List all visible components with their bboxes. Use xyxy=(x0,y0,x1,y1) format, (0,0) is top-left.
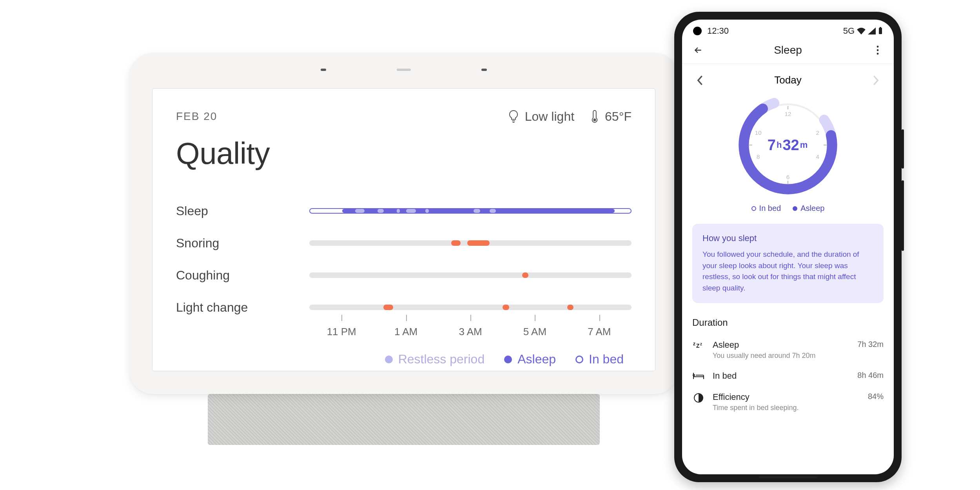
filled-dot-icon xyxy=(793,206,797,211)
svg-point-5 xyxy=(877,53,879,55)
sleep-zzz-icon: zZz xyxy=(692,340,705,350)
metric-sub: Time spent in bed sleeping. xyxy=(713,404,860,412)
axis-tick: 7 AM xyxy=(588,326,611,338)
metric-asleep[interactable]: zZz Asleep You usually need around 7h 20… xyxy=(692,334,884,365)
hub-title: Quality xyxy=(176,136,632,171)
legend-label: Asleep xyxy=(517,352,556,367)
track-sleep: Sleep xyxy=(176,195,632,227)
light-label: Low light xyxy=(525,109,574,124)
bed-icon xyxy=(692,371,705,380)
svg-point-4 xyxy=(877,49,879,51)
more-button[interactable] xyxy=(872,44,884,56)
track-snoring: Snoring xyxy=(176,227,632,259)
phone-side-button xyxy=(902,129,904,169)
svg-text:z: z xyxy=(700,342,702,346)
swatch-asleep-icon xyxy=(504,356,512,363)
svg-text:Z: Z xyxy=(696,343,700,349)
sleep-bar xyxy=(309,208,632,214)
phone-device: 12:30 5G Sleep xyxy=(674,12,902,482)
appbar-title: Sleep xyxy=(774,44,802,56)
bulb-icon xyxy=(508,109,519,124)
track-label: Light change xyxy=(176,300,309,315)
hub-date: FEB 20 xyxy=(176,110,217,123)
duration-section-title: Duration xyxy=(692,317,884,328)
svg-point-3 xyxy=(877,46,879,48)
dial-legend-inbed: In bed xyxy=(751,204,781,213)
hub-sensors xyxy=(129,69,678,71)
axis-tick: 3 AM xyxy=(459,326,482,338)
date-navigator: Today xyxy=(692,64,884,90)
temp-condition: 65°F xyxy=(590,109,632,124)
status-bar: 12:30 5G xyxy=(682,20,894,38)
metric-title: In bed xyxy=(713,371,849,381)
svg-point-0 xyxy=(594,119,596,121)
swatch-restless-icon xyxy=(385,356,393,363)
thermometer-icon xyxy=(590,109,599,124)
track-label: Coughing xyxy=(176,268,309,283)
sleep-total: 7h32m xyxy=(737,94,839,196)
svg-text:z: z xyxy=(693,341,695,347)
hollow-dot-icon xyxy=(751,206,756,211)
legend-restless[interactable]: Restless period xyxy=(385,352,485,367)
hub-screen: FEB 20 Low light 65° xyxy=(152,88,655,371)
metric-value: 7h 32m xyxy=(857,340,884,349)
temp-label: 65°F xyxy=(605,109,632,124)
app-bar: Sleep xyxy=(682,38,894,64)
light-condition: Low light xyxy=(508,109,574,124)
coughing-bar xyxy=(309,272,632,278)
card-body: You followed your schedule, and the dura… xyxy=(702,249,873,294)
back-button[interactable] xyxy=(692,44,704,56)
hub-topbar: FEB 20 Low light 65° xyxy=(176,109,632,124)
axis-tick: 1 AM xyxy=(394,326,417,338)
legend-inbed[interactable]: In bed xyxy=(575,352,624,367)
efficiency-icon xyxy=(692,392,705,403)
metric-value: 84% xyxy=(868,392,884,401)
quality-tracks: Sleep Snoring xyxy=(176,195,632,323)
swatch-inbed-icon xyxy=(575,356,583,363)
axis-tick: 11 PM xyxy=(327,326,356,338)
metric-inbed[interactable]: In bed 8h 46m xyxy=(692,365,884,387)
how-you-slept-card[interactable]: How you slept You followed your schedule… xyxy=(692,224,884,303)
metric-value: 8h 46m xyxy=(857,371,884,380)
track-label: Sleep xyxy=(176,204,309,218)
sleep-dial: 1224 6810 7h32m In bed Asleep xyxy=(692,94,884,213)
light-change-bar xyxy=(309,305,632,310)
track-label: Snoring xyxy=(176,236,309,250)
wifi-icon xyxy=(857,27,866,34)
time-axis: 11 PM 1 AM 3 AM 5 AM 7 AM xyxy=(309,323,632,338)
next-day-button[interactable] xyxy=(873,75,880,86)
svg-rect-2 xyxy=(880,27,881,28)
nest-hub-device: FEB 20 Low light 65° xyxy=(129,53,678,394)
dial-legend: In bed Asleep xyxy=(751,204,825,213)
date-nav-label: Today xyxy=(774,74,801,86)
axis-tick: 5 AM xyxy=(523,326,546,338)
legend-label: In bed xyxy=(589,352,624,367)
card-title: How you slept xyxy=(702,233,873,243)
camera-cutout-icon xyxy=(693,27,702,35)
snoring-bar xyxy=(309,240,632,246)
metric-sub: You usually need around 7h 20m xyxy=(713,352,849,360)
svg-rect-1 xyxy=(879,28,882,34)
network-label: 5G xyxy=(843,26,855,36)
status-time: 12:30 xyxy=(707,26,729,36)
phone-side-button xyxy=(902,180,904,251)
hub-speaker-base xyxy=(208,394,600,445)
phone-content[interactable]: Today xyxy=(682,64,894,474)
legend-label: Restless period xyxy=(398,352,485,367)
signal-icon xyxy=(868,27,876,34)
dial-legend-asleep: Asleep xyxy=(793,204,824,213)
phone-screen: 12:30 5G Sleep xyxy=(682,20,894,474)
prev-day-button[interactable] xyxy=(696,75,703,86)
battery-icon xyxy=(878,27,883,35)
track-coughing: Coughing xyxy=(176,259,632,291)
metric-title: Asleep xyxy=(713,340,849,350)
metric-title: Efficiency xyxy=(713,392,860,402)
track-light-change: Light change xyxy=(176,291,632,323)
metric-efficiency[interactable]: Efficiency Time spent in bed sleeping. 8… xyxy=(692,387,884,417)
quality-legend: Restless period Asleep In bed xyxy=(176,352,632,367)
hub-conditions: Low light 65°F xyxy=(508,109,632,124)
legend-asleep[interactable]: Asleep xyxy=(504,352,556,367)
